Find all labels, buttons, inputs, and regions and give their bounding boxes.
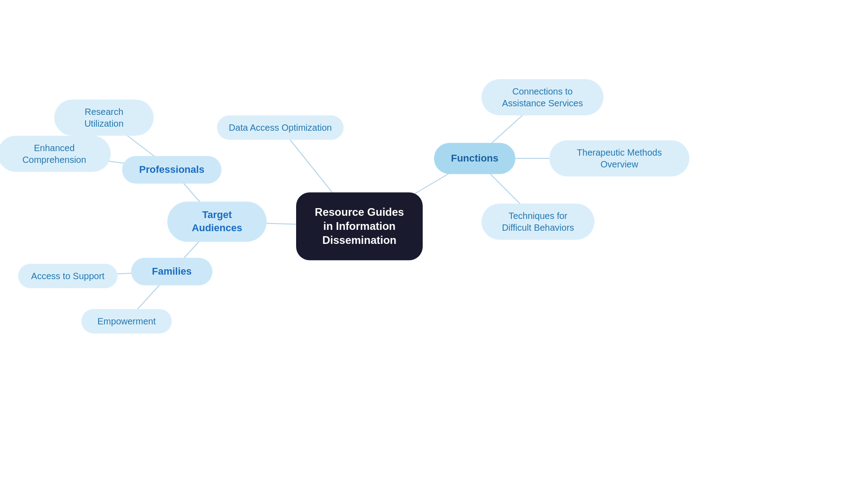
techniques-node[interactable]: Techniques for Difficult Behaviors — [481, 204, 594, 240]
families-node[interactable]: Families — [131, 258, 212, 285]
therapeutic-node[interactable]: Therapeutic Methods Overview — [549, 140, 689, 176]
mindmap-lines — [0, 0, 868, 490]
connections-node[interactable]: Connections to Assistance Services — [481, 79, 604, 115]
empowerment-node[interactable]: Empowerment — [81, 309, 172, 333]
professionals-node[interactable]: Professionals — [122, 156, 222, 184]
target-audiences-node[interactable]: Target Audiences — [167, 201, 267, 242]
enhanced-comprehension-node[interactable]: Enhanced Comprehension — [0, 136, 111, 172]
functions-node[interactable]: Functions — [434, 143, 515, 174]
research-utilization-node[interactable]: Research Utilization — [54, 100, 154, 136]
access-to-support-node[interactable]: Access to Support — [18, 264, 118, 288]
center-node: Resource Guides in Information Dissemina… — [296, 192, 423, 260]
data-access-node[interactable]: Data Access Optimization — [217, 115, 344, 140]
